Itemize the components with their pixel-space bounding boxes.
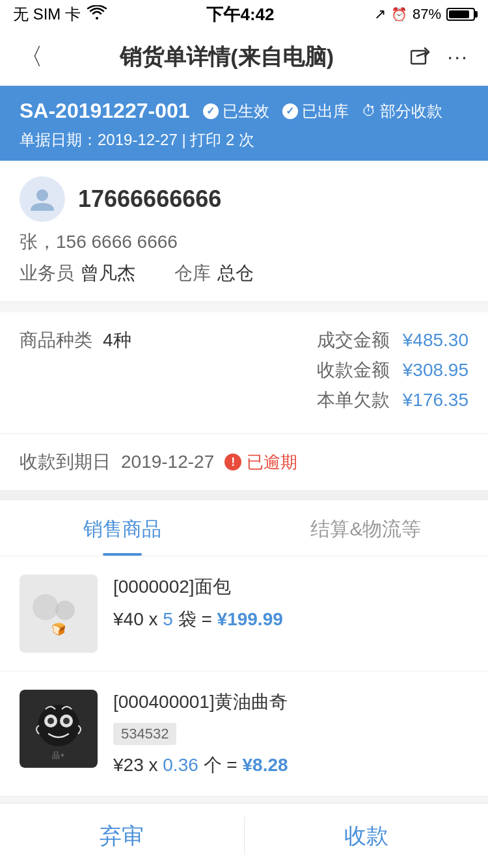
bread-qty: 5 [163,609,173,629]
owed-value: ¥176.35 [403,390,468,411]
bottom-bar: 弃审 收款 [0,803,488,868]
warehouse-info: 仓库 总仓 [174,261,254,286]
cookie-multiply: x [149,755,163,775]
cookie-base-price: ¥23 [113,755,144,775]
due-date-label: 收款到期日 [20,450,111,474]
salesperson-label: 业务员 [20,261,74,286]
clock-icon: ⏱ [362,103,376,120]
tabs-section: 销售商品 结算&物流等 [0,500,488,556]
warehouse-value: 总仓 [217,261,254,286]
section-divider [0,490,488,500]
status-active: ✓ 已生效 [203,101,269,122]
check-active-icon: ✓ [203,103,219,119]
customer-id: 17666666666 [78,185,221,213]
overdue-icon: ! [224,454,241,470]
bread-multiply: x [149,609,163,629]
stats-section: 商品种类 4种 成交金额 ¥485.30 收款金额 ¥308.95 本单欠款 ¥… [0,312,488,433]
carrier-text: 无 SIM 卡 [13,4,81,25]
svg-point-4 [33,594,59,620]
battery-icon [446,8,475,21]
product-badge-cookie: 534532 [113,723,176,745]
received-label: 收款金额 [317,358,390,383]
bread-total: ¥199.99 [217,609,283,629]
salesperson-value: 曾凡杰 [81,261,135,286]
status-right: ↗ ⏰ 87% [374,6,475,23]
due-date-section: 收款到期日 2019-12-27 ! 已逾期 [0,433,488,490]
svg-text:品+: 品+ [52,751,64,760]
nav-right-actions: ··· [411,44,468,70]
category-label: 商品种类 [20,328,92,353]
cookie-equals: = [226,755,242,775]
confirm-button[interactable]: 收款 [245,804,489,868]
amount-row: 成交金额 ¥485.30 [317,328,468,353]
bread-base-price: ¥40 [113,609,144,629]
amount-value: ¥485.30 [403,330,468,351]
product-name-bread: [0000002]面包 [113,575,468,599]
svg-point-5 [55,601,75,620]
status-left: 无 SIM 卡 [13,4,107,25]
customer-row: 17666666666 [20,176,468,222]
svg-rect-0 [411,51,426,64]
product-item: 🍞 [0000002]面包 ¥40 x 5 袋 = ¥199.99 [0,556,488,671]
owed-row: 本单欠款 ¥176.35 [317,388,468,413]
svg-text:🍞: 🍞 [51,622,66,636]
order-date: 单据日期：2019-12-27 | 打印 2 次 [20,129,468,150]
avatar [20,176,65,222]
customer-section: 17666666666 张，156 6666 6666 业务员 曾凡杰 仓库 总… [0,161,488,302]
back-button[interactable]: 〈 [20,41,43,73]
product-item-cookie: 品+ [000400001]黄油曲奇 534532 ¥23 x 0.36 个 =… [0,671,488,796]
svg-point-11 [47,718,54,724]
wifi-icon [87,5,107,23]
category-stats: 商品种类 4种 [20,328,131,353]
nav-bar: 〈 销货单详情(来自电脑) ··· [0,29,488,86]
product-price-bread: ¥40 x 5 袋 = ¥199.99 [113,607,468,632]
tab-products[interactable]: 销售商品 [0,500,244,556]
status-bar: 无 SIM 卡 下午4:42 ↗ ⏰ 87% [0,0,488,29]
alarm-icon: ⏰ [391,7,407,22]
product-info-cookie: [000400001]黄油曲奇 534532 ¥23 x 0.36 个 = ¥8… [113,690,468,778]
overdue-badge: ! 已逾期 [224,451,297,474]
customer-detail: 张，156 6666 6666 [20,230,468,254]
battery-percent: 87% [413,6,441,23]
status-partial: ⏱ 部分收款 [362,101,442,122]
status-shipped: ✓ 已出库 [282,101,349,122]
location-icon: ↗ [374,6,386,23]
cookie-qty: 0.36 [163,755,198,775]
category-value: 4种 [103,328,131,353]
product-image-cookie: 品+ [20,690,98,768]
order-header: SA-20191227-001 ✓ 已生效 ✓ 已出库 ⏱ 部分收款 单据日期：… [0,86,488,161]
salesperson-info: 业务员 曾凡杰 [20,261,135,286]
product-name-cookie: [000400001]黄油曲奇 [113,690,468,714]
received-value: ¥308.95 [403,360,468,381]
share-button[interactable] [411,44,431,70]
products-section: 🍞 [0000002]面包 ¥40 x 5 袋 = ¥199.99 [0,556,488,796]
bread-equals: = [201,609,217,629]
status-time: 下午4:42 [206,3,274,26]
svg-point-2 [36,189,48,201]
cookie-unit: 个 [204,755,222,775]
svg-point-8 [38,705,79,746]
cookie-total: ¥8.28 [242,755,288,775]
tab-settlement[interactable]: 结算&物流等 [244,500,488,556]
order-status-row: SA-20191227-001 ✓ 已生效 ✓ 已出库 ⏱ 部分收款 [20,99,468,123]
warehouse-label: 仓库 [174,261,211,286]
owed-label: 本单欠款 [317,388,390,413]
overdue-text: 已逾期 [247,451,297,474]
product-image-bread: 🍞 [20,575,98,653]
page-title: 销货单详情(来自电脑) [120,42,334,72]
bread-unit: 袋 [178,609,197,629]
due-date-value: 2019-12-27 [121,452,214,472]
received-row: 收款金额 ¥308.95 [317,358,468,383]
product-info-bread: [0000002]面包 ¥40 x 5 袋 = ¥199.99 [113,575,468,632]
svg-point-12 [63,718,70,724]
product-price-cookie: ¥23 x 0.36 个 = ¥8.28 [113,753,468,778]
amount-stats: 成交金额 ¥485.30 收款金额 ¥308.95 本单欠款 ¥176.35 [317,328,468,418]
amount-label: 成交金额 [317,328,390,353]
check-shipped-icon: ✓ [282,103,298,119]
order-number: SA-20191227-001 [20,99,190,123]
cancel-button[interactable]: 弃审 [0,804,244,868]
more-button[interactable]: ··· [447,45,468,69]
customer-meta: 业务员 曾凡杰 仓库 总仓 [20,261,468,286]
